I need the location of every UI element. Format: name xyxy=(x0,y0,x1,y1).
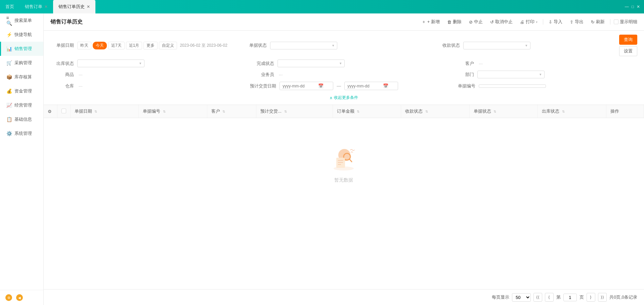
th-customer[interactable]: 客户 ⇅ xyxy=(207,105,256,118)
outstock-select[interactable]: ▾ xyxy=(77,60,144,67)
date-btn-1month[interactable]: 近1月 xyxy=(126,42,142,49)
sidebar-item-purchase-mgmt-label: 采购管理 xyxy=(14,60,32,66)
export-button[interactable]: ⇧ 导出 xyxy=(568,17,586,26)
select-all-checkbox[interactable] xyxy=(61,109,66,113)
sidebar-item-basic-info[interactable]: 📋 基础信息 xyxy=(0,112,43,126)
close-button[interactable]: ✕ xyxy=(637,4,640,9)
sidebar-item-search-menu[interactable]: ≡🔍 搜索菜单 xyxy=(0,13,43,28)
date-btn-yesterday[interactable]: 昨天 xyxy=(77,42,91,49)
sidebar-item-system-mgmt-label: 系统管理 xyxy=(14,130,32,137)
th-amount-sort-icon[interactable]: ⇅ xyxy=(357,110,359,113)
stop-label: 中止 xyxy=(474,19,483,25)
date-btn-7days[interactable]: 近7天 xyxy=(108,42,125,49)
delete-button[interactable]: 🗑 删除 xyxy=(445,17,464,26)
sidebar-item-inventory[interactable]: 📦 库存核算 xyxy=(0,70,43,84)
date-btn-today[interactable]: 今天 xyxy=(93,42,107,49)
next-page-button[interactable]: ⟩ xyxy=(587,293,595,302)
receipt-status-label: 收款状态 xyxy=(436,42,463,48)
add-button[interactable]: ＋ + 新增 xyxy=(420,17,442,26)
refresh-button[interactable]: ↻ 刷新 xyxy=(589,17,607,26)
th-doc-status[interactable]: 单据状态 ⇅ xyxy=(469,105,538,118)
table-area: ⚙ 单据日期 ⇅ 单据编号 ⇅ xyxy=(44,105,644,289)
th-payment-status[interactable]: 收款状态 ⇅ xyxy=(401,105,470,118)
import-icon: ⇩ xyxy=(549,20,552,25)
th-payment-sort-icon[interactable]: ⇅ xyxy=(425,110,428,113)
sidebar-toggle-icon[interactable]: ◀ xyxy=(16,294,23,301)
sidebar-item-system-mgmt[interactable]: ⚙️ 系统管理 xyxy=(0,126,43,141)
page-title: 销售订单历史 xyxy=(50,18,83,26)
th-settings[interactable]: ⚙ xyxy=(44,105,57,118)
delivery-end-field[interactable] xyxy=(347,84,381,88)
th-doc-sort-icon[interactable]: ⇅ xyxy=(493,110,496,113)
th-outstock-status[interactable]: 出库状态 ⇅ xyxy=(538,105,606,118)
calendar-start-icon: 📅 xyxy=(318,83,324,88)
cancel-stop-button[interactable]: ↺ 取消中止 xyxy=(488,17,515,26)
delivery-date-start-input[interactable]: 📅 xyxy=(280,82,333,90)
show-detail-checkbox[interactable] xyxy=(614,20,618,24)
show-detail-wrap: 显示明细 xyxy=(614,19,637,25)
filter-row-2: 出库状态 ▾ 完成状态 ▾ 客户 xyxy=(50,60,637,67)
delivery-date-end-input[interactable]: 📅 xyxy=(344,82,398,90)
tab-sales-order-history[interactable]: 销售订单历史 ✕ xyxy=(53,0,95,13)
customer-dots-btn[interactable]: ··· xyxy=(477,61,484,66)
sidebar-item-purchase-mgmt[interactable]: 🛒 采购管理 xyxy=(0,56,43,70)
cancel-stop-label: 取消中止 xyxy=(495,19,513,25)
collapse-row[interactable]: ∧ 收起更多条件 xyxy=(50,93,637,103)
sidebar-settings-icon[interactable]: ⚙ xyxy=(5,294,12,301)
tab-sales-order-close[interactable]: ✕ xyxy=(44,4,48,9)
th-date[interactable]: 单据日期 ⇅ xyxy=(70,105,139,118)
tab-sales-order-history-close[interactable]: ✕ xyxy=(87,4,90,9)
receipt-status-arrow: ▾ xyxy=(525,43,527,48)
status-select[interactable]: ▾ xyxy=(270,42,337,49)
th-order-no[interactable]: 单据编号 ⇅ xyxy=(139,105,207,118)
warehouse-dots-btn[interactable]: ··· xyxy=(77,83,84,89)
svg-line-3 xyxy=(349,159,352,162)
th-checkbox[interactable] xyxy=(57,105,70,118)
receipt-status-select[interactable]: ▾ xyxy=(463,42,530,49)
th-amount[interactable]: 订单金额 ⇅ xyxy=(333,105,401,118)
stop-button[interactable]: ⊘ 中止 xyxy=(467,17,485,26)
tab-sales-order[interactable]: 销售订单 ✕ xyxy=(19,0,53,13)
salesperson-dots-btn[interactable]: ··· xyxy=(277,72,284,77)
purchase-mgmt-icon: 🛒 xyxy=(6,60,12,66)
th-delivery-sort-icon[interactable]: ⇅ xyxy=(284,110,287,113)
tab-home[interactable]: 首页 xyxy=(0,0,19,13)
department-select[interactable]: ▾ xyxy=(477,71,545,78)
date-btn-more[interactable]: 更多 xyxy=(143,42,158,49)
warehouse-filter-label: 仓库 xyxy=(50,83,77,89)
operations-icon: 📈 xyxy=(6,103,12,108)
settings-filter-button[interactable]: 设置 xyxy=(619,46,637,56)
date-filter-control: 昨天 今天 近7天 近1月 更多 自定义 2023-06-02 至 2023-0… xyxy=(77,42,230,49)
page-number-input[interactable] xyxy=(563,294,577,301)
prev-page-button[interactable]: ⟨ xyxy=(545,293,554,302)
date-dash: — xyxy=(335,83,343,88)
th-outstock-sort-icon[interactable]: ⇅ xyxy=(562,110,565,113)
sidebar-item-sales-mgmt[interactable]: 📊 销售管理 xyxy=(0,42,43,56)
department-filter-label: 部门 xyxy=(450,72,477,78)
print-button[interactable]: 🖨 打印 ▾ xyxy=(518,17,540,26)
inventory-icon: 📦 xyxy=(6,74,12,80)
settings-gear-icon[interactable]: ⚙ xyxy=(48,109,52,114)
order-no-input[interactable] xyxy=(479,84,546,88)
warehouse-filter-control: ··· xyxy=(77,83,236,89)
delivery-start-field[interactable] xyxy=(283,84,316,88)
minimize-button[interactable]: — xyxy=(625,4,629,9)
goods-dots-btn[interactable]: ··· xyxy=(77,72,84,77)
th-order-no-sort-icon[interactable]: ⇅ xyxy=(163,110,166,113)
page-header: 销售订单历史 ＋ + 新增 🗑 删除 ⊘ 中止 ↺ 取消中止 xyxy=(44,13,644,31)
sidebar-item-operations[interactable]: 📈 经营管理 xyxy=(0,98,43,112)
page-size-select[interactable]: 10 20 50 100 xyxy=(512,293,531,302)
query-button[interactable]: 查询 xyxy=(619,35,637,45)
date-btn-custom[interactable]: 自定义 xyxy=(159,42,177,49)
th-delivery-date[interactable]: 预计交货... ⇅ xyxy=(256,105,333,118)
export-icon: ⇧ xyxy=(570,20,573,25)
complete-select[interactable]: ▾ xyxy=(277,60,345,67)
th-customer-sort-icon[interactable]: ⇅ xyxy=(222,110,225,113)
last-page-button[interactable]: ⟩⟩ xyxy=(598,293,607,302)
first-page-button[interactable]: ⟨⟨ xyxy=(533,293,542,302)
maximize-button[interactable]: □ xyxy=(632,4,634,9)
th-date-sort-icon[interactable]: ⇅ xyxy=(94,110,97,113)
sidebar-item-capital[interactable]: 💰 资金管理 xyxy=(0,84,43,98)
sidebar-item-quick-nav[interactable]: ⚡ 快捷导航 xyxy=(0,28,43,42)
import-button[interactable]: ⇩ 导入 xyxy=(547,17,564,26)
